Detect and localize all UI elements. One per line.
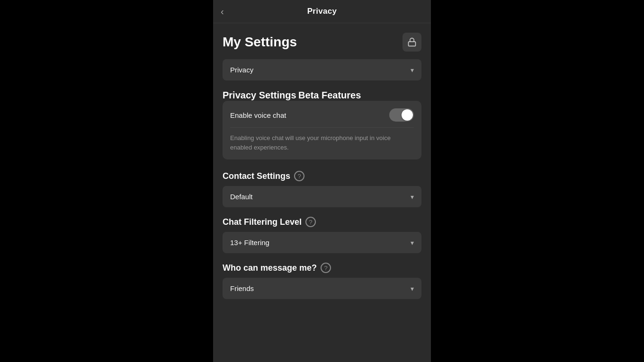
voice-chat-label: Enable voice chat [230, 111, 286, 119]
back-icon: ‹ [221, 6, 224, 17]
contact-settings-dropdown[interactable]: Default ▾ [223, 186, 421, 207]
lock-icon [407, 37, 417, 47]
privacy-settings-title: Privacy Settings [223, 90, 296, 100]
contact-settings-title: Contact Settings [223, 171, 290, 181]
svg-rect-0 [409, 42, 416, 46]
contact-settings-dropdown-label: Default [230, 193, 253, 201]
settings-title: My Settings [223, 35, 297, 50]
category-dropdown-chevron: ▾ [411, 66, 414, 74]
contact-settings-help-icon[interactable]: ? [294, 171, 304, 181]
app-container: ‹ Privacy My Settings Privacy ▾ Privacy … [213, 0, 431, 362]
beta-features-title: Beta Features [298, 90, 361, 100]
who-can-message-dropdown[interactable]: Friends ▾ [223, 278, 421, 299]
chat-filtering-dropdown-label: 13+ Filtering [230, 238, 269, 247]
chat-filtering-title: Chat Filtering Level [223, 217, 302, 227]
back-button[interactable]: ‹ [221, 6, 224, 17]
chat-filtering-help-icon[interactable]: ? [305, 217, 316, 227]
lock-button[interactable] [402, 33, 421, 52]
settings-header: My Settings [223, 33, 421, 52]
who-can-message-header: Who can message me? ? [223, 263, 421, 273]
beta-features-card: Enable voice chat Enabling voice chat wi… [223, 101, 421, 159]
nav-title: Privacy [307, 7, 337, 16]
who-can-message-help-icon[interactable]: ? [321, 263, 331, 273]
divider [230, 127, 414, 128]
chat-filtering-header: Chat Filtering Level ? [223, 217, 421, 227]
contact-settings-chevron: ▾ [411, 193, 414, 201]
voice-chat-toggle-row: Enable voice chat [230, 108, 414, 122]
chat-filtering-chevron: ▾ [411, 239, 414, 247]
voice-chat-toggle[interactable] [389, 108, 414, 122]
voice-chat-description: Enabling voice chat will use your microp… [230, 133, 414, 152]
toggle-knob [402, 109, 413, 121]
main-content: My Settings Privacy ▾ Privacy Settings B… [213, 23, 431, 362]
contact-settings-header: Contact Settings ? [223, 171, 421, 181]
top-nav: ‹ Privacy [213, 0, 431, 23]
chat-filtering-dropdown[interactable]: 13+ Filtering ▾ [223, 232, 421, 253]
privacy-settings-section: Privacy Settings Beta Features Enable vo… [223, 90, 421, 299]
category-dropdown-label: Privacy [230, 66, 253, 74]
who-can-message-title: Who can message me? [223, 263, 317, 273]
who-can-message-chevron: ▾ [411, 285, 414, 292]
category-dropdown[interactable]: Privacy ▾ [223, 59, 421, 80]
who-can-message-dropdown-label: Friends [230, 284, 254, 292]
